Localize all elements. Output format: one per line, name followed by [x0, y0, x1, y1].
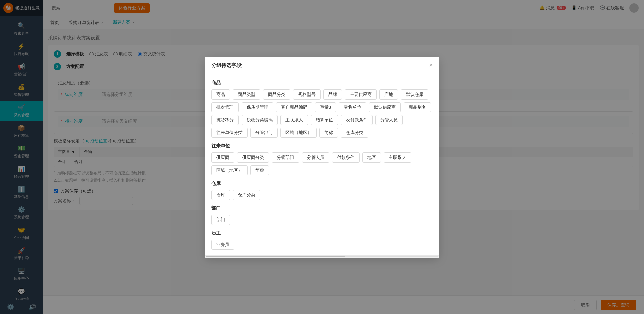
field-tag-1-6[interactable]: 主联系人: [384, 152, 411, 163]
modal-title: 分组待选字段: [211, 62, 241, 69]
field-tag-0-9[interactable]: 保质期管理: [241, 102, 273, 112]
field-tag-0-5[interactable]: 主要供应商: [345, 89, 377, 100]
field-tag-0-22[interactable]: 分管部门: [250, 128, 278, 138]
field-grid-0: 商品商品类型商品分类规格型号品牌主要供应商产地默认仓库批次管理保质期管理客户商品…: [211, 89, 433, 138]
modal-section-title-1: 往来单位: [211, 143, 433, 149]
field-grid-1: 供应商供应商分类分管部门分管人员付款条件地区主联系人区域（地区）简称: [211, 152, 433, 175]
field-tag-0-15[interactable]: 拣货积分: [211, 115, 239, 125]
modal-overlay: 分组待选字段 × 商品商品商品类型商品分类规格型号品牌主要供应商产地默认仓库批次…: [0, 0, 644, 314]
field-tag-0-7[interactable]: 默认仓库: [401, 89, 428, 100]
field-tag-2-1[interactable]: 仓库分类: [233, 190, 260, 200]
modal: 分组待选字段 × 商品商品商品类型商品分类规格型号品牌主要供应商产地默认仓库批次…: [205, 57, 439, 258]
modal-footer-scroll: [205, 255, 439, 258]
field-tag-1-0[interactable]: 供应商: [211, 152, 234, 163]
field-tag-0-25[interactable]: 仓库分类: [341, 128, 368, 138]
field-tag-0-0[interactable]: 商品: [211, 89, 230, 100]
modal-body[interactable]: 商品商品商品类型商品分类规格型号品牌主要供应商产地默认仓库批次管理保质期管理客户…: [205, 73, 439, 255]
field-tag-1-2[interactable]: 分管部门: [272, 152, 299, 163]
field-grid-4: 业务员: [211, 240, 433, 250]
field-tag-0-17[interactable]: 主联系人: [280, 115, 308, 125]
field-tag-0-23[interactable]: 区域（地区）: [280, 128, 317, 138]
field-grid-2: 仓库仓库分类: [211, 190, 433, 200]
field-tag-0-20[interactable]: 分管人员: [375, 115, 403, 125]
field-tag-0-16[interactable]: 税收分类编码: [241, 115, 278, 125]
field-tag-1-5[interactable]: 地区: [362, 152, 381, 163]
horizontal-scrollbar[interactable]: [206, 256, 438, 257]
modal-section-title-0: 商品: [211, 80, 433, 86]
field-tag-0-6[interactable]: 产地: [379, 89, 398, 100]
field-tag-1-4[interactable]: 付款条件: [332, 152, 360, 163]
field-tag-0-1[interactable]: 商品类型: [233, 89, 260, 100]
field-tag-1-8[interactable]: 简称: [250, 165, 269, 175]
modal-header: 分组待选字段 ×: [205, 57, 439, 73]
field-tag-0-3[interactable]: 规格型号: [293, 89, 321, 100]
field-tag-0-12[interactable]: 零售单位: [339, 102, 366, 112]
field-tag-0-18[interactable]: 结算单位: [311, 115, 338, 125]
field-grid-3: 部门: [211, 215, 433, 225]
field-tag-0-19[interactable]: 收付款条件: [341, 115, 373, 125]
field-tag-1-3[interactable]: 分管人员: [302, 152, 329, 163]
modal-section-title-3: 部门: [211, 205, 433, 211]
field-tag-3-0[interactable]: 部门: [211, 215, 230, 225]
field-tag-0-10[interactable]: 客户商品编码: [276, 102, 312, 112]
modal-section-title-2: 仓库: [211, 181, 433, 187]
field-tag-4-0[interactable]: 业务员: [211, 240, 234, 250]
field-tag-1-7[interactable]: 区域（地区）: [211, 165, 248, 175]
scroll-thumb: [206, 256, 345, 257]
field-tag-2-0[interactable]: 仓库: [211, 190, 230, 200]
field-tag-0-21[interactable]: 往来单位分类: [211, 128, 248, 138]
field-tag-0-14[interactable]: 商品别名: [404, 102, 431, 112]
field-tag-1-1[interactable]: 供应商分类: [237, 152, 269, 163]
field-tag-0-8[interactable]: 批次管理: [211, 102, 239, 112]
field-tag-0-13[interactable]: 默认供应商: [369, 102, 401, 112]
field-tag-0-4[interactable]: 品牌: [323, 89, 342, 100]
field-tag-0-2[interactable]: 商品分类: [263, 89, 290, 100]
modal-close-button[interactable]: ×: [429, 62, 433, 69]
field-tag-0-11[interactable]: 重量3: [315, 102, 336, 112]
modal-section-title-4: 员工: [211, 230, 433, 236]
field-tag-0-24[interactable]: 简称: [319, 128, 338, 138]
